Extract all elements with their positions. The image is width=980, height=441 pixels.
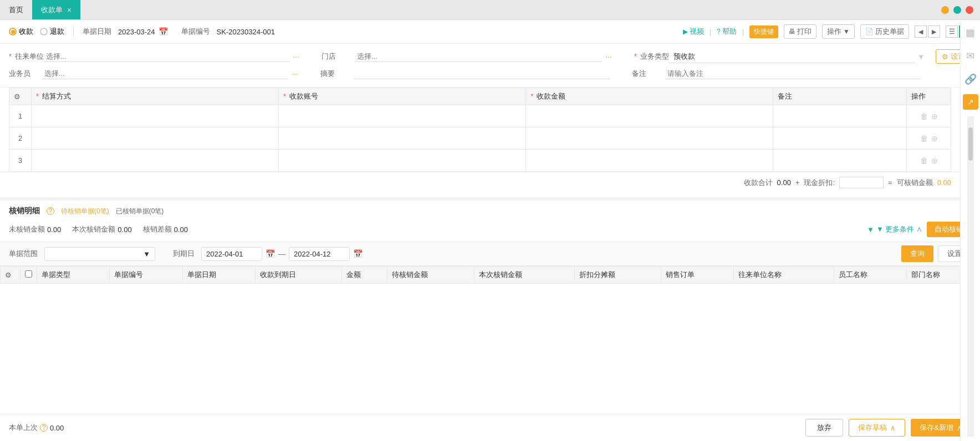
gear-icon-2: ⚙ xyxy=(5,271,12,279)
bottom-th-checkbox[interactable] xyxy=(21,266,37,284)
scrollbar[interactable] xyxy=(967,116,974,437)
summary-label: 摘要 xyxy=(320,69,354,79)
date-from-input[interactable] xyxy=(201,247,262,261)
amount-cell[interactable] xyxy=(526,105,773,127)
copy-icon[interactable]: ⊕ xyxy=(931,134,938,143)
account-cell[interactable] xyxy=(279,150,526,172)
save-draft-btn[interactable]: 保存草稿 ∧ xyxy=(849,419,905,437)
query-btn[interactable]: 查询 xyxy=(901,245,933,262)
filter-icon: ▼ xyxy=(867,225,874,234)
radio-receipt-circle xyxy=(9,28,17,35)
calendar-icon[interactable]: 📅 xyxy=(159,27,168,36)
shortcut-btn[interactable]: 快捷键 xyxy=(749,25,778,38)
minimize-btn[interactable] xyxy=(941,6,949,14)
table-icon[interactable]: ▦ xyxy=(963,24,977,41)
total-value: 0.00 xyxy=(777,178,791,187)
settlement-cell[interactable] xyxy=(32,150,279,172)
table-row: 3 🗑 ⊕ xyxy=(9,150,951,172)
radio-receipt-dot xyxy=(11,30,15,34)
tab-home[interactable]: 首页 xyxy=(0,0,32,19)
remark-cell[interactable] xyxy=(773,150,907,172)
nav-next[interactable]: ▶ xyxy=(928,25,940,38)
close-btn[interactable] xyxy=(966,6,973,14)
calendar-to-icon[interactable]: 📅 xyxy=(353,249,363,258)
counterpart-input[interactable] xyxy=(44,51,290,62)
date-range: 📅 — 📅 xyxy=(201,247,363,261)
history-btn[interactable]: 📄 历史单据 xyxy=(860,24,909,39)
remark-cell[interactable] xyxy=(773,127,907,150)
radio-refund[interactable]: 退款 xyxy=(40,27,64,37)
link-icon[interactable]: 🔗 xyxy=(962,71,979,88)
operate-btn[interactable]: 操作 ▼ xyxy=(822,24,855,39)
print-btn[interactable]: 🖶 打印 xyxy=(784,24,816,39)
summary-field: 摘要 xyxy=(320,68,610,79)
delete-icon[interactable]: 🗑 xyxy=(920,156,928,165)
tab-receipt[interactable]: 收款单 × xyxy=(32,0,80,19)
screenshot-icon[interactable]: ↗ xyxy=(963,94,978,110)
settlement-cell[interactable] xyxy=(32,105,279,127)
form-row-1: * 往来单位 ··· 门店 ··· * 业务类型 xyxy=(9,49,971,64)
remark-cell[interactable] xyxy=(773,105,907,127)
copy-icon[interactable]: ⊕ xyxy=(931,156,938,165)
total-label: 收款合计 xyxy=(744,178,773,188)
info-icon-2[interactable]: ? xyxy=(40,424,48,432)
pending-link[interactable]: 待核销单据(0笔) xyxy=(61,207,109,216)
summary-input[interactable] xyxy=(354,68,610,79)
business-type-select[interactable]: 预收款 ▼ xyxy=(669,50,925,63)
more-conditions-link[interactable]: ▼ ▼ 更多条件 ∧ xyxy=(867,224,922,234)
settlement-cell[interactable] xyxy=(32,127,279,150)
radio-receipt[interactable]: 收款 xyxy=(9,27,33,37)
business-type-value: 预收款 xyxy=(669,50,915,63)
select-all-checkbox[interactable] xyxy=(25,270,32,278)
amount-cell[interactable] xyxy=(526,127,773,150)
delete-icon[interactable]: 🗑 xyxy=(920,112,928,121)
email-icon[interactable]: ✉ xyxy=(964,48,977,64)
th-remark: 备注 xyxy=(773,88,907,105)
salesperson-input[interactable] xyxy=(42,68,288,79)
help-link[interactable]: ? 帮助 xyxy=(717,27,737,37)
calendar-from-icon[interactable]: 📅 xyxy=(266,249,275,258)
maximize-btn[interactable] xyxy=(953,6,961,14)
counterpart-ellipsis[interactable]: ··· xyxy=(293,52,299,61)
remark-input[interactable] xyxy=(665,68,921,79)
tab-close-icon[interactable]: × xyxy=(67,6,72,14)
info-icon[interactable]: ? xyxy=(47,207,54,215)
view-list[interactable]: ☰ xyxy=(946,25,958,38)
th-gear[interactable]: ⚙ xyxy=(9,88,32,105)
done-link[interactable]: 已核销单据(0笔) xyxy=(116,207,164,216)
store-input[interactable] xyxy=(355,51,602,62)
table-row: 1 🗑 ⊕ xyxy=(9,105,951,127)
copy-icon[interactable]: ⊕ xyxy=(931,112,938,121)
store-label: 门店 xyxy=(321,52,355,61)
gear-icon: ⚙ xyxy=(942,53,948,61)
reconcile-title: 核销明细 xyxy=(9,206,40,216)
date-label: 单据日期 xyxy=(83,27,111,37)
bottom-th-gear[interactable]: ⚙ xyxy=(1,266,21,284)
store-ellipsis[interactable]: ··· xyxy=(605,52,612,61)
salesperson-field: 业务员 ··· xyxy=(9,68,298,79)
bottom-th-date: 单据日期 xyxy=(182,266,255,284)
chevron-down-icon-2: ▼ xyxy=(143,250,150,258)
business-type-field: * 业务类型 预收款 ▼ xyxy=(634,50,925,63)
range-select[interactable]: ▼ xyxy=(44,247,155,261)
radio-refund-label: 退款 xyxy=(50,27,64,37)
delete-icon[interactable]: 🗑 xyxy=(920,134,928,143)
date-to-input[interactable] xyxy=(289,247,350,261)
unverified-label: 未核销金额 xyxy=(9,224,45,234)
radio-group: 收款 退款 xyxy=(9,27,64,37)
nav-prev[interactable]: ◀ xyxy=(915,25,927,38)
abandon-btn[interactable]: 放弃 xyxy=(805,419,843,437)
summary-row: 收款合计 0.00 + 现金折扣: = 可核销金额 0.00 xyxy=(0,172,980,193)
number-field: 单据编号 SK-20230324-001 xyxy=(181,27,275,37)
account-cell[interactable] xyxy=(279,127,526,150)
row-num: 2 xyxy=(9,127,32,150)
salesperson-ellipsis[interactable]: ··· xyxy=(292,69,298,78)
video-link[interactable]: ▶ 视频 xyxy=(683,27,704,37)
bottom-th-type: 单据类型 xyxy=(37,266,110,284)
bottom-th-employee: 员工名称 xyxy=(834,266,907,284)
discount-input[interactable] xyxy=(839,177,884,188)
amount-cell[interactable] xyxy=(526,150,773,172)
bottom-th-current: 本次核销金额 xyxy=(474,266,574,284)
account-cell[interactable] xyxy=(279,105,526,127)
business-type-label: * 业务类型 xyxy=(634,52,669,61)
